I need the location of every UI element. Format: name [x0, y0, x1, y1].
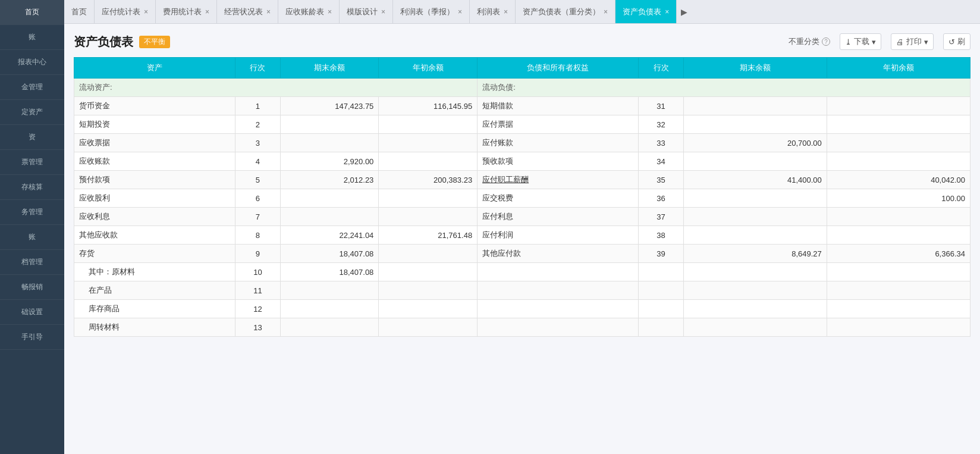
left-row-num: 8 — [235, 226, 280, 245]
tab-scroll-right[interactable]: ▶ — [677, 0, 691, 24]
col-end-balance-left: 期末余额 — [280, 58, 379, 79]
right-end-balance — [683, 97, 827, 115]
tab-profit-quarterly[interactable]: 利润表（季报） × — [393, 0, 470, 24]
tab-close-balance-reclassify[interactable]: × — [604, 8, 608, 16]
tab-receivable-aging[interactable]: 应收账龄表 × — [278, 0, 340, 24]
left-label: 应收股利 — [74, 189, 235, 208]
right-row-num — [639, 300, 683, 318]
print-icon: 🖨 — [896, 37, 904, 46]
sidebar-item-report-center[interactable]: 报表中心 — [0, 50, 64, 75]
tab-expense-stats[interactable]: 费用统计表 × — [156, 0, 217, 24]
download-icon: ⤓ — [845, 37, 852, 46]
download-btn[interactable]: ⤓ 下载 ▾ — [840, 33, 881, 50]
refresh-btn[interactable]: ↺ 刷 — [943, 33, 970, 50]
right-row-num — [639, 281, 683, 300]
right-row-num — [639, 318, 683, 337]
table-row: 其他应收款 8 22,241.04 21,761.48 应付利润 38 — [74, 226, 970, 245]
table-row: 应收票据 3 应付账款 33 20,700.00 — [74, 134, 970, 152]
left-label: 其中：原材料 — [74, 263, 235, 281]
left-label: 应收账款 — [74, 152, 235, 171]
right-row-num — [639, 263, 683, 281]
sidebar-item-ledger[interactable]: 账 — [0, 25, 64, 50]
right-begin-balance — [827, 208, 970, 226]
tab-close-profit-quarterly[interactable]: × — [458, 8, 462, 16]
question-icon: ? — [822, 37, 830, 46]
left-label: 应收票据 — [74, 134, 235, 152]
sidebar-item-inventory[interactable]: 存核算 — [0, 175, 64, 200]
refresh-icon: ↺ — [948, 37, 955, 46]
right-label: 应付账款 — [478, 134, 639, 152]
col-row-num-left: 行次 — [235, 58, 280, 79]
right-label: 其他应付款 — [478, 245, 639, 263]
tab-close-profit[interactable]: × — [504, 8, 508, 16]
left-label: 货币资金 — [74, 97, 235, 115]
tab-close-template-design[interactable]: × — [381, 8, 385, 16]
sidebar-item-guide[interactable]: 手引导 — [0, 325, 64, 350]
left-label: 应收利息 — [74, 208, 235, 226]
tab-balance-reclassify[interactable]: 资产负债表（重分类） × — [516, 0, 615, 24]
left-row-num: 4 — [235, 152, 280, 171]
left-label: 存货 — [74, 245, 235, 263]
tab-template-design[interactable]: 模版设计 × — [340, 0, 393, 24]
left-begin-balance — [379, 245, 478, 263]
sidebar-item-account2[interactable]: 账 — [0, 225, 64, 250]
right-end-balance — [683, 226, 827, 245]
left-row-num: 5 — [235, 171, 280, 189]
right-end-balance — [683, 208, 827, 226]
tab-close-operations[interactable]: × — [266, 8, 271, 16]
sidebar-item-expense[interactable]: 畅报销 — [0, 275, 64, 300]
left-row-num: 11 — [235, 281, 280, 300]
right-label — [478, 318, 639, 337]
page-header: 资产负债表 不平衡 不重分类 ? ⤓ 下载 ▾ 🖨 打印 ▾ — [74, 33, 970, 50]
sidebar-item-tax[interactable]: 务管理 — [0, 200, 64, 225]
left-row-num: 12 — [235, 300, 280, 318]
col-begin-balance-left: 年初余额 — [379, 58, 478, 79]
left-label: 其他应收款 — [74, 226, 235, 245]
right-begin-balance — [827, 97, 970, 115]
sidebar-item-ticket[interactable]: 票管理 — [0, 150, 64, 175]
right-begin-balance — [827, 134, 970, 152]
col-assets: 资产 — [74, 58, 235, 79]
right-row-num: 38 — [639, 226, 683, 245]
tab-close-payable-stats[interactable]: × — [144, 8, 148, 16]
sidebar-item-fixed-assets[interactable]: 定资产 — [0, 100, 64, 125]
section-right-label: 流动负债: — [478, 79, 970, 97]
tab-close-expense-stats[interactable]: × — [205, 8, 209, 16]
right-begin-balance — [827, 300, 970, 318]
left-begin-balance — [379, 318, 478, 337]
left-label: 在产品 — [74, 281, 235, 300]
right-row-num: 31 — [639, 97, 683, 115]
left-begin-balance — [379, 281, 478, 300]
print-btn[interactable]: 🖨 打印 ▾ — [891, 33, 934, 50]
tab-close-balance-sheet[interactable]: × — [665, 8, 669, 16]
col-row-num-right: 行次 — [639, 58, 683, 79]
sidebar-item-home[interactable]: 首页 — [0, 0, 64, 25]
tab-payable-stats[interactable]: 应付统计表 × — [95, 0, 156, 24]
table-row: 其中：原材料 10 18,407.08 — [74, 263, 970, 281]
sidebar-item-settings[interactable]: 础设置 — [0, 300, 64, 325]
sidebar-item-fund[interactable]: 金管理 — [0, 75, 64, 100]
right-begin-balance: 40,042.00 — [827, 171, 970, 189]
tab-home[interactable]: 首页 — [64, 0, 95, 24]
main-area: 首页 应付统计表 × 费用统计表 × 经营状况表 × 应收账龄表 × 模版设计 … — [64, 0, 980, 454]
table-row: 周转材料 13 — [74, 318, 970, 337]
tab-operations[interactable]: 经营状况表 × — [217, 0, 278, 24]
right-end-balance — [683, 152, 827, 171]
left-end-balance: 2,920.00 — [280, 152, 379, 171]
right-end-balance: 41,400.00 — [683, 171, 827, 189]
left-begin-balance — [379, 134, 478, 152]
right-label: 应付票据 — [478, 115, 639, 134]
left-begin-balance — [379, 263, 478, 281]
right-end-balance — [683, 263, 827, 281]
tab-balance-sheet[interactable]: 资产负债表 × — [615, 0, 677, 24]
right-end-balance — [683, 115, 827, 134]
sidebar-item-invest[interactable]: 资 — [0, 125, 64, 150]
right-label: 应付利息 — [478, 208, 639, 226]
no-reclassify-btn[interactable]: 不重分类 ? — [789, 36, 830, 47]
tab-close-receivable-aging[interactable]: × — [328, 8, 332, 16]
right-label: 应交税费 — [478, 189, 639, 208]
sidebar-item-archive[interactable]: 档管理 — [0, 250, 64, 275]
left-end-balance — [280, 300, 379, 318]
tab-profit[interactable]: 利润表 × — [470, 0, 516, 24]
content-area: 资产负债表 不平衡 不重分类 ? ⤓ 下载 ▾ 🖨 打印 ▾ — [64, 24, 980, 454]
